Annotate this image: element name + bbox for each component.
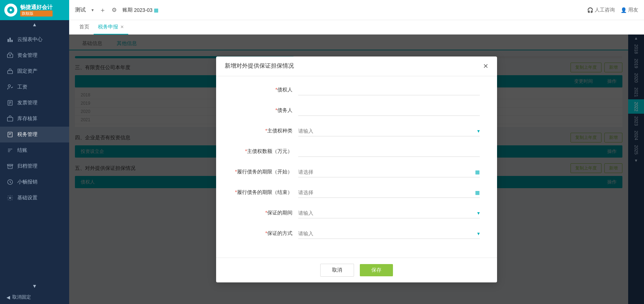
topbar-right: 🎧 人工咨询 👤 用友 <box>587 7 638 13</box>
sidebar-item-tax-mgmt[interactable]: 税务管理 <box>0 127 69 142</box>
sidebar-item-label: 库存核算 <box>17 115 37 122</box>
company-name: 测试 <box>75 6 86 13</box>
gear-icon[interactable]: ⚙ <box>112 6 117 13</box>
asset-icon <box>6 68 14 75</box>
fund-icon <box>6 52 14 59</box>
svg-rect-17 <box>8 165 12 169</box>
sidebar-item-label: 结账 <box>17 147 27 154</box>
tax-icon <box>6 131 14 138</box>
tab-home[interactable]: 首页 <box>75 20 94 35</box>
sidebar-item-accounting[interactable]: 结账 <box>0 142 69 158</box>
claim-type-label: *主债权种类 <box>233 128 298 134</box>
sidebar-scroll-up[interactable]: ▲ <box>0 20 69 29</box>
period-end-date-wrap[interactable]: ▦ <box>298 187 480 198</box>
form-row-claim-type: *主债权种类 ▾ <box>233 126 480 136</box>
tab-home-label: 首页 <box>79 24 89 30</box>
guarantee-period-label: *保证的期间 <box>233 210 298 216</box>
calendar-start-icon[interactable]: ▦ <box>475 169 480 175</box>
app-logo <box>4 4 17 17</box>
required-mark: * <box>276 107 277 113</box>
page-tabs: 首页 税务申报 ✕ <box>69 20 644 35</box>
modal-close-button[interactable]: ✕ <box>483 62 488 70</box>
form-row-guarantee-method: *保证的方式 ▾ <box>233 228 480 239</box>
modal-overlay: 新增对外提供保证担保情况 ✕ *债权人 <box>69 35 644 304</box>
accounting-icon <box>6 147 14 154</box>
sidebar-item-payroll[interactable]: 工资 <box>0 79 69 95</box>
required-mark: * <box>265 128 267 133</box>
period-end-input[interactable] <box>298 187 480 198</box>
sidebar-item-fixed-assets[interactable]: 固定资产 <box>0 63 69 79</box>
period-display: 账期 2023-03 ▦ <box>122 7 158 13</box>
save-button[interactable]: 保存 <box>360 264 393 276</box>
sidebar-item-archive[interactable]: 归档管理 <box>0 158 69 174</box>
tab-tax-report-label: 税务申报 <box>98 24 118 30</box>
payroll-icon <box>6 83 14 91</box>
modal-header: 新增对外提供保证担保情况 ✕ <box>216 56 497 76</box>
unpin-icon: ◀ <box>6 295 10 300</box>
sidebar-bottom-action[interactable]: ◀ 取消固定 <box>0 290 69 304</box>
sidebar-item-label: 云报表中心 <box>17 36 43 43</box>
app-name: 畅捷通好会计 <box>20 4 53 10</box>
service-label: 人工咨询 <box>595 7 615 13</box>
debtor-label: *债务人 <box>233 107 298 114</box>
svg-rect-12 <box>8 117 13 121</box>
settings-icon <box>6 194 14 201</box>
svg-rect-2 <box>10 38 11 42</box>
claim-type-chevron-icon: ▾ <box>477 128 480 134</box>
guarantee-period-select-wrap[interactable]: ▾ <box>298 208 480 218</box>
sidebar-item-cloud-reports[interactable]: 云报表中心 <box>0 32 69 47</box>
chart-icon <box>6 36 14 43</box>
required-mark: * <box>235 189 237 195</box>
claim-type-select-wrap[interactable]: ▾ <box>298 126 480 136</box>
sidebar-item-expense[interactable]: 小畅报销 <box>0 174 69 190</box>
user-button[interactable]: 👤 用友 <box>621 7 638 13</box>
period-start-date-wrap[interactable]: ▦ <box>298 167 480 177</box>
archive-icon <box>6 163 14 170</box>
sidebar-item-label: 工资 <box>17 84 27 90</box>
claim-type-input[interactable] <box>298 126 480 136</box>
calendar-end-icon[interactable]: ▦ <box>475 190 480 195</box>
calendar-icon[interactable]: ▦ <box>154 7 158 13</box>
sidebar-item-label: 固定资产 <box>17 68 37 74</box>
guarantee-period-input[interactable] <box>298 208 480 218</box>
sidebar-item-label: 税务管理 <box>17 131 37 138</box>
sidebar-item-settings[interactable]: 基础设置 <box>0 190 69 206</box>
svg-rect-1 <box>8 39 9 42</box>
app-edition: 旗舰版 <box>20 10 53 17</box>
sidebar-item-inventory[interactable]: 库存核算 <box>0 111 69 127</box>
form-row-creditor: *债权人 <box>233 85 480 95</box>
claim-amount-input[interactable] <box>298 146 480 157</box>
svg-rect-3 <box>12 40 13 42</box>
tab-close-icon[interactable]: ✕ <box>120 24 124 30</box>
sidebar-scroll-down[interactable]: ▼ <box>0 282 69 290</box>
svg-rect-6 <box>8 71 13 74</box>
main-content: 测试 ▾ ＋ ⚙ 账期 2023-03 ▦ 🎧 人工咨询 👤 用友 <box>69 0 644 304</box>
guarantee-period-chevron-icon: ▾ <box>477 210 480 216</box>
debtor-input[interactable] <box>298 105 480 116</box>
guarantee-method-input[interactable] <box>298 228 480 239</box>
creditor-input[interactable] <box>298 85 480 95</box>
service-button[interactable]: 🎧 人工咨询 <box>587 7 615 13</box>
period-start-label: *履行债务的期限（开始） <box>233 169 298 175</box>
guarantee-method-select-wrap[interactable]: ▾ <box>298 228 480 239</box>
form-row-period-end: *履行债务的期限（结束） ▦ <box>233 187 480 198</box>
svg-point-7 <box>8 85 10 87</box>
creditor-input-wrap <box>298 85 480 95</box>
add-button[interactable]: ＋ <box>99 6 106 14</box>
period-value: 2023-03 <box>134 7 152 13</box>
sidebar-item-label: 归档管理 <box>17 163 37 169</box>
user-icon: 👤 <box>621 7 627 13</box>
inventory-icon <box>6 115 14 122</box>
cancel-button[interactable]: 取消 <box>320 264 354 277</box>
sidebar-header: 畅捷通好会计 旗舰版 <box>0 0 69 20</box>
sidebar: 畅捷通好会计 旗舰版 ▲ 云报表中心 资金管理 固 <box>0 0 69 304</box>
company-chevron-icon[interactable]: ▾ <box>91 8 94 13</box>
period-label: 账期 <box>122 7 133 13</box>
sidebar-item-label: 小畅报销 <box>17 179 37 185</box>
sidebar-item-fund-mgmt[interactable]: 资金管理 <box>0 47 69 63</box>
tab-tax-report[interactable]: 税务申报 ✕ <box>94 20 128 35</box>
user-label: 用友 <box>628 7 638 13</box>
period-start-input[interactable] <box>298 167 480 177</box>
sidebar-item-invoice[interactable]: 发票管理 <box>0 95 69 111</box>
form-row-period-start: *履行债务的期限（开始） ▦ <box>233 167 480 177</box>
